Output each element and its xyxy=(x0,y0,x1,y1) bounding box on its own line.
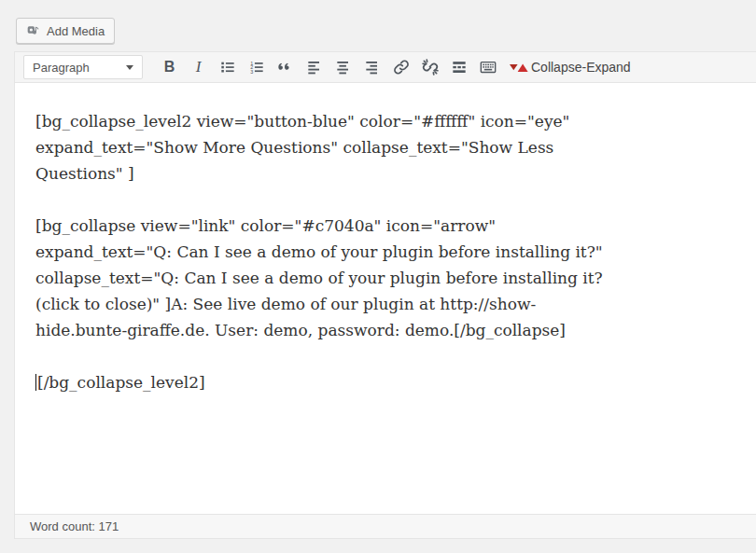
text-cursor xyxy=(35,374,36,391)
read-more-icon xyxy=(450,58,469,76)
numbered-list-icon: 1 2 3 xyxy=(247,58,266,76)
media-icon xyxy=(26,23,41,38)
bold-button[interactable]: B xyxy=(155,55,184,79)
editor-paragraph: [bg_collapse_level2 view="button-blue" c… xyxy=(35,108,738,187)
editor-text-line: (click to close)" ]A: See live demo of o… xyxy=(35,291,738,317)
align-right-icon xyxy=(363,58,382,76)
chevron-down-icon xyxy=(126,65,133,70)
align-left-icon xyxy=(305,58,324,76)
editor-text-line: [bg_collapse view="link" color="#c7040a"… xyxy=(35,213,738,239)
editor-text-line: collapse_text="Q: Can I see a demo of yo… xyxy=(35,265,738,291)
link-icon xyxy=(392,58,411,76)
paragraph-format-dropdown[interactable]: Paragraph xyxy=(23,55,143,79)
editor-paragraph: [/bg_collapse_level2] xyxy=(35,369,738,395)
blockquote-button[interactable] xyxy=(271,55,300,79)
format-dropdown-value: Paragraph xyxy=(33,61,90,75)
align-center-button[interactable] xyxy=(329,55,357,79)
read-more-tag-button[interactable] xyxy=(444,55,473,79)
add-media-button[interactable]: Add Media xyxy=(16,18,115,44)
align-center-icon xyxy=(334,58,353,76)
collapse-expand-label: Collapse-Expand xyxy=(531,60,631,75)
editor-text-line: expand_text="Q: Can I see a demo of your… xyxy=(35,239,738,265)
insert-link-button[interactable] xyxy=(386,55,415,79)
toolbar-toggle-button[interactable] xyxy=(473,55,502,79)
remove-link-button[interactable] xyxy=(415,55,444,79)
editor-text-line: expand_text="Show More Questions" collap… xyxy=(35,134,738,160)
editor-toolbar: Paragraph B I 1 2 3 xyxy=(15,52,756,83)
bulleted-list-button[interactable] xyxy=(213,55,242,79)
align-right-button[interactable] xyxy=(357,55,386,79)
unlink-icon xyxy=(421,58,440,76)
editor-content-area[interactable]: [bg_collapse_level2 view="button-blue" c… xyxy=(15,83,756,514)
italic-icon: I xyxy=(196,58,202,76)
editor-text-line: hide.bunte-giraffe.de. User: demo, passw… xyxy=(35,317,738,343)
editor-panel: Paragraph B I 1 2 3 xyxy=(14,51,756,539)
keyboard-icon xyxy=(479,58,497,76)
editor-paragraph: [bg_collapse view="link" color="#c7040a"… xyxy=(35,213,738,343)
editor-text-line: Questions" ] xyxy=(35,160,738,187)
align-left-button[interactable] xyxy=(300,55,329,79)
bulleted-list-icon xyxy=(218,58,237,76)
bold-icon: B xyxy=(164,59,175,76)
editor-text-line: [bg_collapse_level2 view="button-blue" c… xyxy=(35,108,738,134)
italic-button[interactable]: I xyxy=(184,55,213,79)
blockquote-icon xyxy=(276,58,295,76)
svg-text:3: 3 xyxy=(250,69,253,75)
editor-text-line: [/bg_collapse_level2] xyxy=(35,369,738,395)
collapse-expand-icon xyxy=(510,61,529,75)
add-media-label: Add Media xyxy=(47,24,105,38)
word-count: Word count: 171 xyxy=(30,519,119,533)
collapse-expand-button[interactable]: Collapse-Expand xyxy=(510,60,631,75)
status-bar: Word count: 171 xyxy=(15,514,756,538)
numbered-list-button[interactable]: 1 2 3 xyxy=(242,55,271,79)
